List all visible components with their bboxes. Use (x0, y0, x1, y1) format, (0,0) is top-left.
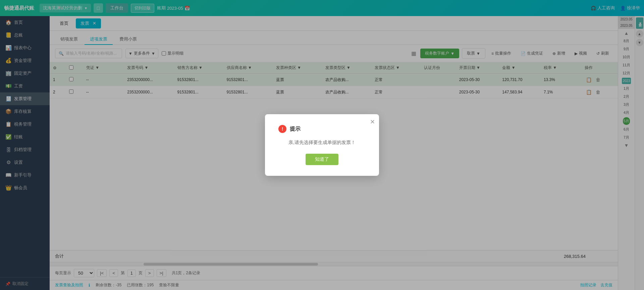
modal-close-btn[interactable]: ✕ (370, 118, 375, 126)
modal-message: 亲,请先选择要生成单据的发票！ (278, 140, 366, 146)
modal-footer: 知道了 (278, 154, 366, 165)
modal-box: ✕ ! 提示 亲,请先选择要生成单据的发票！ 知道了 (265, 114, 379, 176)
modal-confirm-btn[interactable]: 知道了 (306, 154, 338, 165)
modal-overlay[interactable]: ✕ ! 提示 亲,请先选择要生成单据的发票！ 知道了 (0, 0, 644, 290)
modal-warning-icon: ! (278, 125, 286, 133)
modal-title: ! 提示 (278, 125, 366, 133)
